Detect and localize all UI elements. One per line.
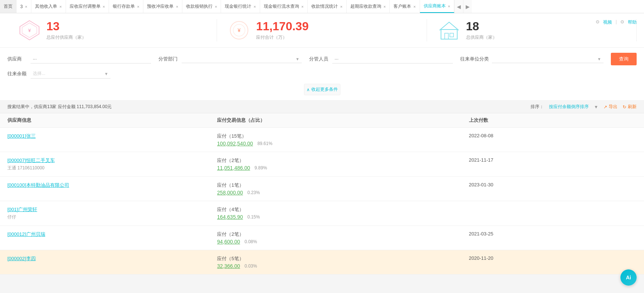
video-link[interactable]: 视频 [603, 19, 612, 25]
svg-rect-6 [441, 30, 457, 39]
trans-label-0: 应付（15笔） [217, 133, 469, 139]
supplier-cell-1: [000007]恒旺二手叉车 王通 17106110000 [7, 157, 217, 171]
nav-adjust[interactable]: 应收应付调整单 × [66, 0, 109, 13]
trans-label-1: 应付（2笔） [217, 157, 469, 164]
dept-filter-label: 分管部门 [158, 56, 179, 62]
help-link[interactable]: 帮助 [628, 19, 637, 25]
refresh-button[interactable]: ↻ 刷新 [623, 104, 637, 110]
trans-amount-row-4: 94,600.00 0.08% [217, 239, 469, 245]
nav-adjust-close[interactable]: × [103, 4, 105, 9]
nav-other-income[interactable]: 其他收入单 × [31, 0, 66, 13]
supplier-link-5[interactable]: [000002]李四 [7, 256, 36, 261]
supplier-filter-label: 供应商 [7, 56, 28, 62]
dept-dropdown-arrow: ▼ [295, 57, 300, 61]
nav-overdue[interactable]: 超期应收款查询 × [347, 0, 390, 13]
data-table: 供应商信息 应付交易信息（占比） 上次付数 [000001]张三 应付（15笔）… [0, 113, 644, 275]
header-transaction: 应付交易信息（占比） [217, 117, 469, 124]
nav-receipt-verify[interactable]: 收款核销执行 × [182, 0, 221, 13]
collapse-button[interactable]: ∧ 收起更多条件 [304, 84, 340, 95]
supplier-cell-2: [000100]本特勤油品有限公司 [7, 182, 217, 189]
nav-tab3[interactable]: 3 × [17, 0, 31, 13]
nav-overdue-close[interactable]: × [384, 4, 386, 9]
trans-percent-3: 0.15% [247, 214, 260, 220]
balance-placeholder: 选择... [33, 70, 45, 77]
nav-receipt-verify-close[interactable]: × [215, 4, 217, 9]
filter-row-2: 往来余额 选择... ▼ [7, 69, 637, 79]
supplier-link-2[interactable]: [000100]本特勤油品有限公司 [7, 182, 69, 188]
category-filter-select[interactable]: ▼ [492, 55, 604, 63]
trans-percent-1: 9.89% [255, 165, 267, 170]
trans-amount-2[interactable]: 258,000.00 [217, 190, 243, 196]
trans-amount-3[interactable]: 164,635.90 [217, 214, 243, 220]
nav-prepay-close[interactable]: × [176, 4, 178, 9]
sort-label: 排序： [531, 104, 544, 110]
collapse-label: 收起更多条件 [311, 86, 338, 93]
trans-amount-row-2: 258,000.00 0.23% [217, 190, 469, 196]
nav-cash-bank-stat[interactable]: 现金银行统计 × [221, 0, 260, 13]
table-row: [000007]恒旺二手叉车 王通 17106110000 应付（2笔） 11,… [0, 152, 644, 177]
summary-card2-content: 11,170.39 应付合计（万） [256, 20, 308, 41]
trans-amount-1[interactable]: 11,051,486.00 [217, 165, 250, 171]
trans-percent-2: 0.23% [247, 190, 260, 195]
nav-receipt-stat-close[interactable]: × [340, 4, 342, 9]
supplier-cell-5: [000002]李四 [7, 255, 217, 262]
supplier-filter-input[interactable] [31, 55, 151, 63]
nav-tab3-close[interactable]: × [25, 4, 27, 9]
nav-home[interactable]: 首页 [0, 0, 17, 13]
nav-receipt-stat-label: 收款情况统计 [311, 3, 338, 10]
sort-value[interactable]: 按应付余额倒序排序 [549, 104, 589, 110]
nav-supplier-book-close[interactable]: × [448, 4, 450, 8]
nav-home-label: 首页 [4, 3, 13, 10]
total-suppliers-value: 18 [466, 20, 497, 32]
supplier-link-3[interactable]: [001]广州荣轩 [7, 207, 37, 212]
filter-dept: 分管部门 ▼ [158, 55, 302, 63]
summary-section: ¥ 13 总应付供应商（家） ¥ 11,170.39 应付合计（万） [0, 13, 644, 48]
result-summary-text: 搜索结果中，供应商13家 应付金额 111,703,854.00元 [7, 104, 112, 110]
summary-card1-content: 13 总应付供应商（家） [46, 20, 86, 41]
nav-receipt-verify-label: 收款核销执行 [186, 3, 213, 10]
supplier-link-1[interactable]: [000007]恒旺二手叉车 [7, 158, 55, 163]
nav-supplier-book[interactable]: 供应商账本 × [420, 0, 454, 13]
supplier-link-4[interactable]: [000012]广州贝瑞 [7, 231, 45, 237]
supplier-link-0[interactable]: [000001]张三 [7, 133, 36, 139]
lastpay-cell-5: 2020-11-20 [469, 255, 637, 261]
transaction-cell-1: 应付（2笔） 11,051,486.00 9.89% [217, 157, 469, 171]
dept-filter-select[interactable]: ▼ [182, 55, 302, 63]
last-pay-date-2: 2023-01-30 [469, 182, 494, 187]
query-button[interactable]: 查询 [611, 53, 637, 65]
summary-card-payable-suppliers: ¥ 13 总应付供应商（家） [7, 19, 217, 41]
lastpay-cell-2: 2023-01-30 [469, 182, 637, 187]
export-label: 导出 [609, 104, 617, 110]
trans-amount-0[interactable]: 100,092,540.00 [217, 141, 253, 146]
trans-percent-5: 0.03% [245, 263, 257, 269]
nav-cash-bank-stat-close[interactable]: × [253, 4, 256, 9]
nav-tab3-label: 3 [20, 4, 23, 9]
trans-amount-5[interactable]: 32,366.00 [217, 263, 240, 269]
nav-bank-deposit[interactable]: 银行存款单 × [109, 0, 143, 13]
table-row: [001]广州荣轩 仔仔 应付（4笔） 164,635.90 0.15% [0, 201, 644, 226]
nav-cash-bank-query[interactable]: 现金银行流水查询 × [260, 0, 308, 13]
person-filter-input[interactable] [332, 55, 453, 63]
export-button[interactable]: ↗ 导出 [603, 104, 617, 110]
filter-supplier: 供应商 [7, 55, 151, 63]
filter-section: 供应商 分管部门 ▼ 分管人员 往来单位分类 ▼ 查询 [0, 48, 644, 101]
trans-label-5: 应付（5笔） [217, 255, 469, 262]
nav-prepay[interactable]: 预收冲应收单 × [143, 0, 182, 13]
nav-bank-deposit-close[interactable]: × [137, 4, 139, 9]
nav-other-income-close[interactable]: × [59, 4, 62, 9]
nav-customer-book-close[interactable]: × [413, 4, 416, 9]
supplier-sub-1: 王通 17106110000 [7, 165, 217, 171]
table-row: [000100]本特勤油品有限公司 应付（1笔） 258,000.00 0.23… [0, 177, 644, 201]
nav-cash-bank-query-close[interactable]: × [301, 4, 304, 9]
trans-amount-row-5: 32,366.00 0.03% [217, 263, 469, 269]
nav-prev-arrow[interactable]: ◀ [454, 0, 463, 13]
nav-next-arrow[interactable]: ▶ [463, 0, 472, 13]
trans-amount-4[interactable]: 94,600.00 [217, 239, 240, 245]
nav-receipt-stat[interactable]: 收款情况统计 × [308, 0, 346, 13]
lastpay-cell-4: 2021-03-25 [469, 231, 637, 237]
balance-filter-select[interactable]: 选择... ▼ [31, 69, 111, 79]
payable-amount-value: 11,170.39 [256, 20, 308, 32]
trans-percent-4: 0.08% [245, 239, 257, 244]
lastpay-cell-1: 2021-11-17 [469, 157, 637, 163]
nav-customer-book[interactable]: 客户账本 × [390, 0, 420, 13]
